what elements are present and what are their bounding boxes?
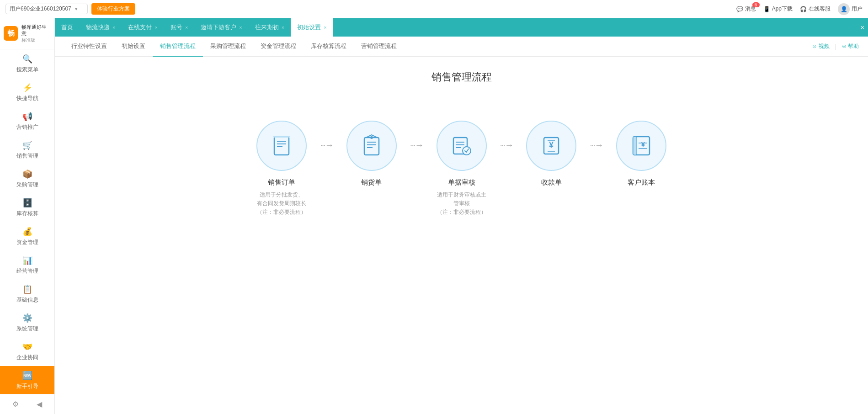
sidebar-item-finance[interactable]: 💰 资金管理 [0,222,54,251]
account-book-circle[interactable]: ¥ [616,121,666,171]
sidebar-item-purchase[interactable]: 📦 采购管理 [0,165,54,193]
sidebar-item-label: 企业协同 [16,354,38,361]
dropdown-arrow-icon: ▼ [74,6,79,11]
app-download-button[interactable]: 📱 App下载 [763,5,793,13]
divider: | [835,43,836,50]
sidebar-item-label: 系统管理 [16,325,38,333]
money-icon: 💰 [22,227,32,237]
close-icon[interactable]: × [324,25,326,30]
avatar: 👤 [838,3,850,15]
svg-text:¥: ¥ [549,140,554,149]
message-icon: 💬 [736,6,743,12]
try-industry-button[interactable]: 体验行业方案 [91,3,135,15]
new-icon: 🆕 [22,371,32,381]
invoice-circle[interactable] [346,121,397,171]
sidebar-item-label: 快捷导航 [16,95,38,102]
sub-tab-marketing-flow[interactable]: 营销管理流程 [354,37,404,57]
sidebar-item-label: 基础信息 [16,296,38,304]
main-area: 行业特性设置 初始设置 销售管理流程 采购管理流程 资金管理流程 库存核算流程 … [55,37,868,414]
arrow-1: ···→ [318,121,335,150]
sub-tab-label: 初始设置 [122,42,145,49]
sidebar-item-label: 资金管理 [16,239,38,246]
user-name-label: 用户 [852,5,863,13]
audit-desc: 适用于财务审核或主管审核（注：非必要流程） [437,191,486,217]
nav-bar-close-button[interactable]: × [861,24,864,31]
sidebar-item-label: 搜索菜单 [16,66,38,74]
close-icon[interactable]: × [239,25,242,30]
order-icon [270,134,293,158]
sidebar-item-basic[interactable]: 📋 基础信息 [0,280,54,308]
header-right: 💬 消息 6 📱 App下载 🎧 在线客服 👤 用户 [736,3,863,15]
sidebar-item-system[interactable]: ⚙️ 系统管理 [0,308,54,337]
online-service-button[interactable]: 🎧 在线客服 [800,5,831,13]
nav-tab-invite[interactable]: 邀请下游客户 × [194,18,248,37]
sub-tab-sales-flow[interactable]: 销售管理流程 [153,37,203,57]
sub-tab-label: 行业特性设置 [71,42,107,49]
nav-tab-account[interactable]: 账号 × [164,18,194,37]
nav-tab-home[interactable]: 首页 [55,18,80,37]
sub-tab-purchase-flow[interactable]: 采购管理流程 [203,37,253,57]
cart-icon: 🛒 [22,140,32,150]
nav-tab-init-settings[interactable]: 初始设置 × [291,18,333,37]
svg-rect-22 [633,137,637,155]
nav-tab-payment[interactable]: 在线支付 × [122,18,164,37]
sub-tab-init[interactable]: 初始设置 [114,37,153,57]
sub-tab-label: 采购管理流程 [210,42,246,49]
sub-tab-inventory-flow[interactable]: 库存核算流程 [304,37,354,57]
sales-order-desc: 适用于分批发货、有合同发货周期较长（注：非必要流程） [257,191,306,217]
sidebar-item-guide[interactable]: 🆕 新手引导 [0,366,54,394]
user-selector[interactable]: 用户690企业1660120507 ▼ [5,4,88,14]
sub-tab-label: 销售管理流程 [160,42,196,49]
nav-tab-past[interactable]: 往来期初 × [249,18,291,37]
audit-label: 单据审核 [448,178,475,187]
account-book-label: 客户账本 [628,178,655,187]
app-label: App下载 [772,5,793,13]
sidebar-item-marketing[interactable]: 📢 营销推广 [0,107,54,136]
nav-tab-label: 首页 [61,23,73,32]
sidebar-item-sales[interactable]: 🛒 销售管理 [0,136,54,165]
invoice-icon [360,134,383,158]
sub-tab-label: 库存核算流程 [311,42,346,49]
sidebar-item-operations[interactable]: 📊 经营管理 [0,251,54,280]
audit-circle[interactable] [437,121,487,171]
top-header: 用户690企业1660120507 ▼ 体验行业方案 💬 消息 6 📱 App下… [0,0,868,18]
receipt-label: 收款单 [541,178,562,187]
close-icon[interactable]: × [154,25,157,30]
video-link[interactable]: ⊙ 视频 [812,42,829,50]
message-button[interactable]: 💬 消息 6 [736,5,756,13]
sidebar-item-quick[interactable]: ⚡ 快捷导航 [0,78,54,107]
sidebar-item-inventory[interactable]: 🗄️ 库存核算 [0,193,54,222]
sidebar-item-label: 销售管理 [16,152,38,160]
flow-item-account-book: ¥ 客户账本 [605,121,678,191]
sidebar-item-search[interactable]: 🔍 搜索菜单 [0,49,54,78]
megaphone-icon: 📢 [22,111,32,122]
nav-tab-logistics[interactable]: 物流快递 × [80,18,122,37]
search-icon: 🔍 [22,54,32,64]
account-book-icon: ¥ [629,134,653,158]
settings-button[interactable]: ⚙ [11,398,21,410]
sales-order-circle[interactable] [256,121,307,171]
arrow-3: ···→ [498,121,515,150]
sales-order-label: 销售订单 [268,178,295,187]
close-icon[interactable]: × [112,25,115,30]
service-label: 在线客服 [809,5,831,13]
box-icon: 📦 [22,169,32,179]
collapse-button[interactable]: ◀ [35,398,44,410]
sidebar-item-collab[interactable]: 🤝 企业协同 [0,337,54,366]
sub-tab-industry[interactable]: 行业特性设置 [64,37,114,57]
nav-tab-label: 账号 [170,23,182,32]
close-icon[interactable]: × [185,25,188,30]
close-icon[interactable]: × [282,25,284,30]
help-link[interactable]: ⊙ 帮助 [842,42,859,50]
user-avatar-button[interactable]: 👤 用户 [838,3,863,15]
sidebar-logo: 畅 畅库通好生意 标准版 [0,18,54,49]
sub-tab-finance-flow[interactable]: 资金管理流程 [253,37,304,57]
logo-icon: 畅 [4,26,18,41]
handshake-icon: 🤝 [22,342,32,352]
sub-tabs: 行业特性设置 初始设置 销售管理流程 采购管理流程 资金管理流程 库存核算流程 … [55,37,868,57]
sub-tabs-actions: ⊙ 视频 | ⊙ 帮助 [812,42,859,50]
svg-point-9 [370,136,373,139]
sidebar: 畅 畅库通好生意 标准版 🔍 搜索菜单 ⚡ 快捷导航 📢 营销推广 🛒 销售管理… [0,18,55,414]
flow-diagram: 销售订单 适用于分批发货、有合同发货周期较长（注：非必要流程） ···→ [73,111,850,226]
receipt-circle[interactable]: ¥ [526,121,576,171]
